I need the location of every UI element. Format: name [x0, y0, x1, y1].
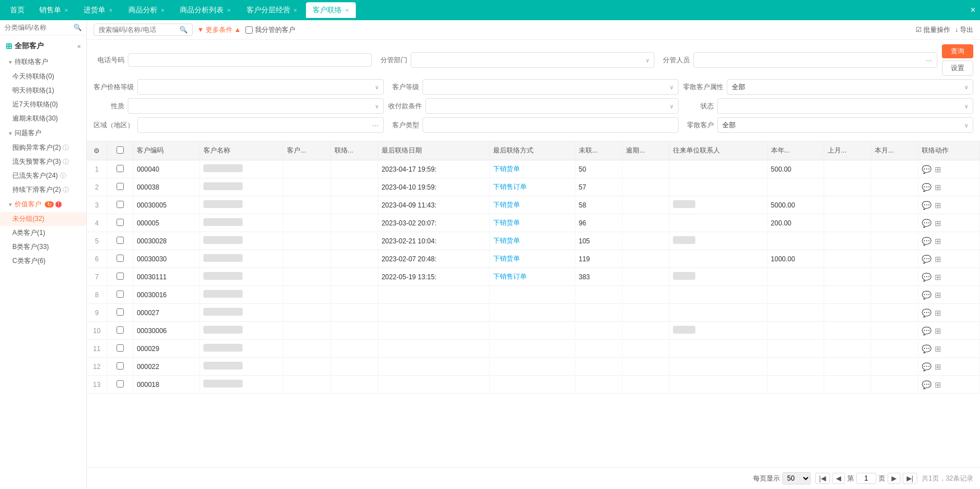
- grid-icon[interactable]: ⊞: [935, 380, 941, 389]
- dots-icon[interactable]: ···: [926, 56, 932, 64]
- contact-method-link[interactable]: 下销售订单: [493, 273, 527, 280]
- close-icon[interactable]: ×: [64, 7, 68, 13]
- select-all-checkbox[interactable]: [117, 146, 124, 154]
- row-checkbox[interactable]: [117, 183, 124, 190]
- sidebar-item-ungrouped[interactable]: 未分组(32): [0, 212, 86, 226]
- row-checkbox[interactable]: [117, 237, 124, 244]
- sidebar-collapse-icon[interactable]: «: [77, 43, 81, 49]
- row-checkbox[interactable]: [117, 380, 124, 387]
- sidebar-item-overdue[interactable]: 逾期未联络(30): [0, 112, 86, 126]
- grid-icon[interactable]: ⊞: [935, 255, 941, 264]
- sidebar-item-7days[interactable]: 近7天待联络(0): [0, 98, 86, 112]
- grid-icon[interactable]: ⊞: [935, 219, 941, 228]
- region-select[interactable]: ···: [137, 117, 384, 133]
- sidebar-item-class-c[interactable]: C类客户(6): [0, 254, 86, 268]
- nature-select[interactable]: ∨: [128, 98, 384, 114]
- row-checkbox[interactable]: [117, 219, 124, 226]
- close-icon[interactable]: ×: [294, 7, 297, 13]
- sidebar-item-tomorrow[interactable]: 明天待联络(1): [0, 84, 86, 98]
- th-checkbox[interactable]: [107, 141, 133, 160]
- reset-btn[interactable]: 设置: [942, 61, 973, 76]
- export-btn[interactable]: ↓ 导出: [955, 25, 973, 35]
- retail-attr-select[interactable]: 全部 ∨: [727, 79, 973, 95]
- contact-method-link[interactable]: 下销货单: [493, 255, 520, 262]
- message-icon[interactable]: 💬: [922, 273, 931, 282]
- grid-icon[interactable]: ⊞: [935, 165, 941, 174]
- phone-input[interactable]: [128, 53, 372, 67]
- nav-home[interactable]: 首页: [4, 5, 30, 15]
- payment-select[interactable]: ∨: [425, 98, 679, 114]
- sidebar-item-churn-warning[interactable]: 流失预警客户(3) ⓘ: [0, 155, 86, 169]
- close-icon[interactable]: ×: [161, 7, 164, 13]
- nav-tab-customer-tier[interactable]: 客户分层经营 ×: [240, 2, 304, 18]
- sidebar-item-class-a[interactable]: A类客户(1): [0, 226, 86, 240]
- contact-method-link[interactable]: 下销货单: [493, 201, 520, 209]
- row-checkbox[interactable]: [117, 290, 124, 298]
- my-customers-checkbox[interactable]: [245, 26, 253, 34]
- last-page-btn[interactable]: ▶|: [903, 473, 917, 484]
- close-icon[interactable]: ×: [227, 7, 230, 13]
- contact-method-link[interactable]: 下销货单: [493, 237, 520, 245]
- th-settings[interactable]: ⚙: [87, 141, 107, 160]
- first-page-btn[interactable]: |◀: [815, 473, 830, 484]
- bulk-operation-btn[interactable]: ☑ 批量操作: [916, 25, 950, 35]
- sidebar-item-churned[interactable]: 已流失客户(24) ⓘ: [0, 169, 86, 183]
- per-page-select[interactable]: 50 100 200: [782, 472, 811, 485]
- next-page-btn[interactable]: ▶: [888, 473, 900, 484]
- grid-icon[interactable]: ⊞: [935, 290, 941, 299]
- row-checkbox[interactable]: [117, 326, 124, 334]
- nav-tab-product-list[interactable]: 商品分析列表 ×: [173, 2, 237, 18]
- message-icon[interactable]: 💬: [922, 344, 931, 353]
- message-icon[interactable]: 💬: [922, 165, 931, 174]
- row-checkbox[interactable]: [117, 344, 124, 352]
- sidebar-group-title-pending[interactable]: ▼ 待联络客户: [0, 54, 86, 70]
- message-icon[interactable]: 💬: [922, 183, 931, 192]
- contact-method-link[interactable]: 下销货单: [493, 165, 520, 173]
- message-icon[interactable]: 💬: [922, 219, 931, 228]
- dept-select[interactable]: ∨: [411, 52, 655, 68]
- page-input[interactable]: [856, 473, 876, 484]
- query-btn[interactable]: 查询: [942, 44, 973, 58]
- sidebar-item-class-b[interactable]: B类客户(33): [0, 240, 86, 254]
- row-checkbox[interactable]: [117, 201, 124, 208]
- message-icon[interactable]: 💬: [922, 290, 931, 299]
- manager-select[interactable]: ···: [693, 52, 937, 68]
- row-checkbox[interactable]: [117, 255, 124, 262]
- message-icon[interactable]: 💬: [922, 255, 931, 264]
- nav-tab-product-analysis[interactable]: 商品分析 ×: [122, 2, 171, 18]
- sidebar-search-icon[interactable]: 🔍: [73, 24, 82, 31]
- sidebar-item-declining[interactable]: 持续下滑客户(2) ⓘ: [0, 183, 86, 197]
- prev-page-btn[interactable]: ◀: [832, 473, 845, 484]
- contact-method-link[interactable]: 下销货单: [493, 219, 520, 227]
- grid-icon[interactable]: ⊞: [935, 201, 941, 210]
- grid-icon[interactable]: ⊞: [935, 183, 941, 192]
- close-icon[interactable]: ×: [109, 7, 112, 13]
- message-icon[interactable]: 💬: [922, 237, 931, 246]
- row-checkbox[interactable]: [117, 273, 124, 280]
- grid-icon[interactable]: ⊞: [935, 326, 941, 335]
- sidebar-item-today[interactable]: 今天待联络(0): [0, 70, 86, 84]
- grid-icon[interactable]: ⊞: [935, 362, 941, 371]
- dots-icon[interactable]: ···: [372, 121, 379, 130]
- search-icon[interactable]: 🔍: [179, 26, 188, 34]
- search-input[interactable]: [99, 26, 177, 34]
- status-select[interactable]: ∨: [717, 98, 973, 114]
- message-icon[interactable]: 💬: [922, 362, 931, 371]
- contact-method-link[interactable]: 下销售订单: [493, 183, 527, 191]
- message-icon[interactable]: 💬: [922, 326, 931, 335]
- customer-type-select[interactable]: [422, 117, 679, 133]
- message-icon[interactable]: 💬: [922, 308, 931, 317]
- close-icon[interactable]: ×: [345, 7, 349, 13]
- grid-icon[interactable]: ⊞: [935, 344, 941, 353]
- sidebar-search-input[interactable]: [4, 24, 71, 31]
- customer-level-select[interactable]: ∨: [422, 79, 679, 95]
- sidebar-group-title-value[interactable]: ▼ 价值客户 ↻ !: [0, 197, 86, 212]
- nav-tab-customer-contact[interactable]: 客户联络 ×: [306, 2, 355, 18]
- my-customers-filter[interactable]: 我分管的客户: [245, 25, 295, 35]
- close-all-icon[interactable]: ×: [970, 5, 976, 15]
- grid-icon[interactable]: ⊞: [935, 308, 941, 317]
- row-checkbox[interactable]: [117, 165, 124, 172]
- message-icon[interactable]: 💬: [922, 380, 931, 389]
- grid-icon[interactable]: ⊞: [935, 237, 941, 246]
- sidebar-all-customers[interactable]: ⊞ 全部客户 «: [0, 38, 86, 54]
